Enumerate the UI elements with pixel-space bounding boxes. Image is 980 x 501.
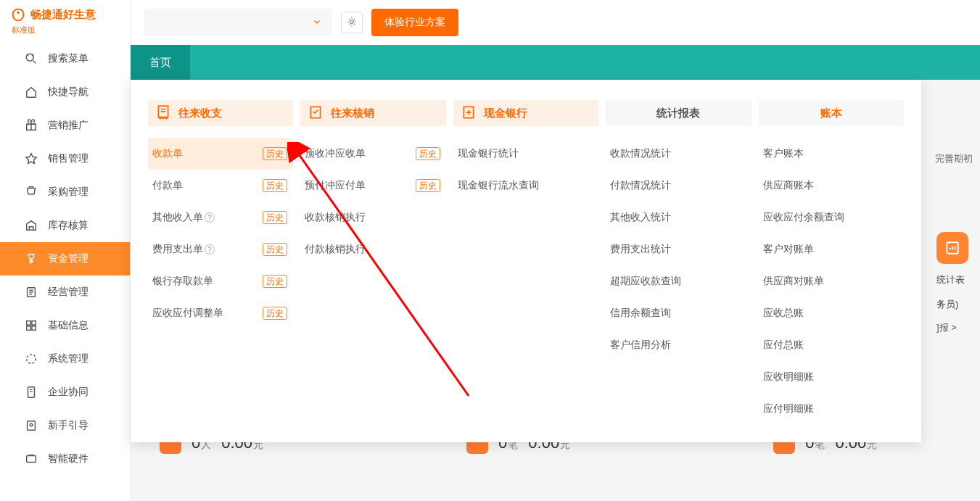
menu-receipt[interactable]: 收款单历史 <box>148 138 293 170</box>
side-widget: 统计表 务员) ]报 > <box>936 232 973 334</box>
sidebar-item-quicknav[interactable]: 快捷导航 <box>0 75 130 109</box>
tab-home[interactable]: 首页 <box>131 45 190 80</box>
brand-name: 畅捷通好生意 <box>30 8 96 22</box>
history-badge[interactable]: 历史 <box>263 147 287 160</box>
menu-cashbank-flow[interactable]: 现金银行流水查询 <box>453 170 598 202</box>
menu-expense-stats[interactable]: 费用支出统计 <box>606 233 751 265</box>
mega-col-ledger: 账本 客户账本 供应商账本 应收应付余额查询 客户对账单 供应商对账单 应收总账… <box>759 100 904 422</box>
clipboard-icon <box>25 286 38 299</box>
menu-ar-ap-balance[interactable]: 应收应付余额查询 <box>759 202 904 233</box>
history-badge[interactable]: 历史 <box>263 307 287 320</box>
check-doc-icon <box>308 104 324 123</box>
widget-link[interactable]: ]报 > <box>936 321 973 334</box>
menu-prereceipt-offset[interactable]: 预收冲应收单历史 <box>300 138 445 170</box>
svg-rect-9 <box>28 387 35 397</box>
sidebar-item-collab[interactable]: 企业协同 <box>0 376 130 409</box>
brand-edition: 标准版 <box>12 25 120 36</box>
history-badge[interactable]: 历史 <box>263 179 287 192</box>
mega-col-header: 现金银行 <box>453 100 598 126</box>
menu-ar-general[interactable]: 应收总账 <box>759 297 904 329</box>
mega-col-writeoff: 往来核销 预收冲应收单历史 预付冲应付单历史 收款核销执行 付款核销执行 <box>300 100 445 422</box>
menu-credit-analysis[interactable]: 客户信用分析 <box>606 329 751 361</box>
svg-rect-12 <box>27 456 36 463</box>
sidebar: 畅捷通好生意 标准版 搜索菜单 快捷导航 营销推广 销售管理 采购管理 库存核算… <box>0 0 131 501</box>
sidebar-item-marketing[interactable]: 营销推广 <box>0 109 130 142</box>
org-dropdown[interactable] <box>144 9 332 36</box>
menu-supplier-statement[interactable]: 供应商对账单 <box>759 265 904 297</box>
menu-payment-stats[interactable]: 付款情况统计 <box>606 170 751 202</box>
warehouse-icon <box>25 219 38 232</box>
sidebar-item-label: 采购管理 <box>48 186 88 199</box>
svg-rect-4 <box>27 321 30 325</box>
bank-icon <box>461 104 477 123</box>
industry-plan-button[interactable]: 体验行业方案 <box>371 9 458 36</box>
sidebar-item-inventory[interactable]: 库存核算 <box>0 209 130 242</box>
cart-icon <box>25 186 38 199</box>
svg-rect-6 <box>27 326 30 330</box>
widget-text-1: 统计表 <box>936 273 973 287</box>
history-badge[interactable]: 历史 <box>416 147 440 160</box>
sidebar-item-label: 基础信息 <box>48 319 88 332</box>
history-badge[interactable]: 历史 <box>416 179 440 192</box>
svg-rect-10 <box>28 421 36 431</box>
history-badge[interactable]: 历史 <box>263 211 287 224</box>
sales-icon <box>25 152 38 165</box>
svg-point-0 <box>17 11 20 14</box>
menu-other-income-stats[interactable]: 其他收入统计 <box>606 202 751 233</box>
sidebar-item-hardware[interactable]: 智能硬件 <box>0 442 130 476</box>
mega-col-header: 往来核销 <box>300 100 445 126</box>
sidebar-item-operation[interactable]: 经营管理 <box>0 276 130 309</box>
menu-overdue-ar[interactable]: 超期应收款查询 <box>606 265 751 297</box>
chevron-down-icon <box>312 17 322 29</box>
menu-cashbank-stats[interactable]: 现金银行统计 <box>453 138 598 170</box>
svg-point-11 <box>30 423 33 426</box>
menu-receipt-writeoff[interactable]: 收款核销执行 <box>300 202 445 233</box>
guide-icon <box>25 419 38 432</box>
history-badge[interactable]: 历史 <box>263 243 287 256</box>
brand-area: 畅捷通好生意 标准版 <box>0 0 130 42</box>
hint-complete-initial[interactable]: 完善期初 <box>935 152 973 165</box>
sidebar-item-label: 销售管理 <box>48 152 88 165</box>
menu-expense[interactable]: 费用支出单?历史 <box>148 233 293 265</box>
menu-payment-writeoff[interactable]: 付款核销执行 <box>300 233 445 265</box>
mega-col-transactions: 往来收支 收款单历史 付款单历史 其他收入单?历史 费用支出单?历史 银行存取款… <box>148 100 293 422</box>
menu-payment[interactable]: 付款单历史 <box>148 170 293 202</box>
sidebar-item-search[interactable]: 搜索菜单 <box>0 42 130 75</box>
sidebar-item-basicinfo[interactable]: 基础信息 <box>0 309 130 342</box>
svg-point-8 <box>27 355 36 364</box>
menu-ar-detail[interactable]: 应收明细账 <box>759 361 904 393</box>
money-icon <box>25 252 38 265</box>
settings-button[interactable] <box>341 12 363 33</box>
sidebar-item-sales[interactable]: 销售管理 <box>0 142 130 175</box>
svg-point-13 <box>350 20 354 23</box>
menu-other-income[interactable]: 其他收入单?历史 <box>148 202 293 233</box>
help-icon[interactable]: ? <box>205 244 215 254</box>
sidebar-nav: 搜索菜单 快捷导航 营销推广 销售管理 采购管理 库存核算 资金管理 经营管理 … <box>0 42 130 476</box>
search-icon <box>25 52 38 65</box>
sidebar-item-system[interactable]: 系统管理 <box>0 342 130 376</box>
menu-ap-general[interactable]: 应付总账 <box>759 329 904 361</box>
mega-col-header: 账本 <box>759 100 904 126</box>
mega-col-cashbank: 现金银行 现金银行统计 现金银行流水查询 <box>453 100 598 422</box>
sidebar-item-newbie[interactable]: 新手引导 <box>0 409 130 442</box>
menu-ap-detail[interactable]: 应付明细账 <box>759 393 904 425</box>
menu-supplier-ledger[interactable]: 供应商账本 <box>759 170 904 202</box>
menu-customer-ledger[interactable]: 客户账本 <box>759 138 904 170</box>
menu-prepay-offset[interactable]: 预付冲应付单历史 <box>300 170 445 202</box>
menu-bank-transfer[interactable]: 银行存取款单历史 <box>148 265 293 297</box>
sidebar-item-purchase[interactable]: 采购管理 <box>0 175 130 209</box>
menu-ar-ap-adjust[interactable]: 应收应付调整单历史 <box>148 297 293 329</box>
tv-icon <box>25 452 38 465</box>
help-icon[interactable]: ? <box>205 212 215 223</box>
menu-customer-statement[interactable]: 客户对账单 <box>759 233 904 265</box>
menu-receipt-stats[interactable]: 收款情况统计 <box>606 138 751 170</box>
menu-credit-balance[interactable]: 信用余额查询 <box>606 297 751 329</box>
loader-icon <box>25 352 38 365</box>
report-icon[interactable] <box>936 232 968 264</box>
sidebar-item-funds[interactable]: 资金管理 <box>0 242 130 276</box>
history-badge[interactable]: 历史 <box>263 275 287 288</box>
funds-mega-menu: 往来收支 收款单历史 付款单历史 其他收入单?历史 费用支出单?历史 银行存取款… <box>131 80 921 442</box>
sidebar-item-label: 新手引导 <box>48 419 88 432</box>
sidebar-item-label: 快捷导航 <box>48 86 88 99</box>
mega-col-reports: 统计报表 收款情况统计 付款情况统计 其他收入统计 费用支出统计 超期应收款查询… <box>606 100 751 422</box>
